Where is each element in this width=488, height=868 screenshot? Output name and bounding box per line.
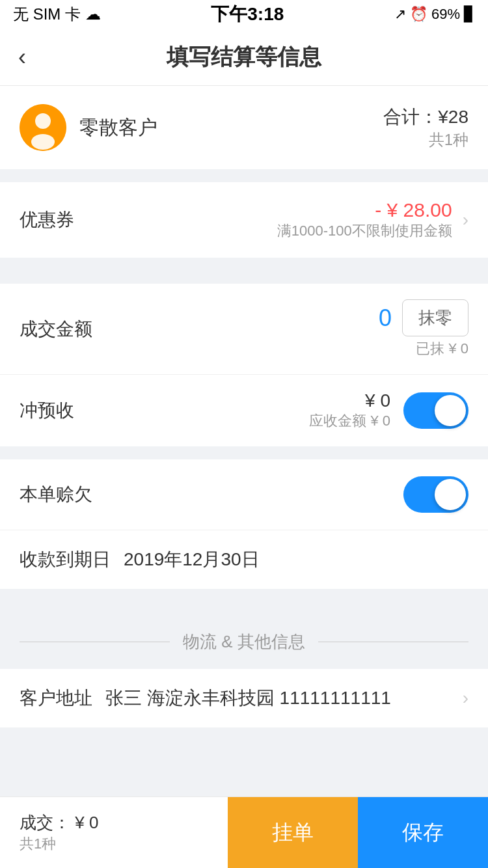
customer-right: 合计：¥28 共1种 bbox=[383, 105, 468, 150]
amount-right-block: 0 抹零 已抹 ¥ 0 bbox=[366, 299, 468, 359]
divider-left bbox=[20, 642, 170, 642]
transaction-amount-row: 成交金额 0 抹零 已抹 ¥ 0 bbox=[0, 284, 488, 375]
svg-point-2 bbox=[31, 134, 55, 150]
avatar bbox=[20, 104, 66, 151]
status-time: 下午3:18 bbox=[211, 2, 284, 27]
save-button[interactable]: 保存 bbox=[358, 797, 488, 869]
address-label: 客户地址 bbox=[20, 686, 92, 711]
round-button[interactable]: 抹零 bbox=[402, 299, 468, 336]
due-date-label: 收款到期日 bbox=[20, 547, 111, 572]
avatar-icon bbox=[20, 104, 66, 151]
transaction-right: 0 抹零 已抹 ¥ 0 bbox=[366, 299, 468, 359]
sim-label: 无 SIM 卡 ☁ bbox=[13, 4, 101, 25]
section-gap-1 bbox=[0, 271, 488, 284]
bottom-deal: 成交： ¥ 0 bbox=[20, 811, 208, 834]
debt-toggle-knob bbox=[435, 479, 466, 510]
page-title: 填写结算等信息 bbox=[167, 42, 321, 72]
transaction-value[interactable]: 0 bbox=[366, 305, 392, 332]
prepayment-toggle[interactable] bbox=[403, 392, 468, 429]
svg-point-1 bbox=[35, 113, 51, 129]
coupon-row[interactable]: 优惠券 - ¥ 28.00 满1000-100不限制使用金额 › bbox=[0, 182, 488, 258]
address-value: 张三 海淀永丰科技园 11111111111 bbox=[105, 686, 463, 711]
status-right: ↗ ⏰ 69% ▊ bbox=[394, 6, 475, 23]
back-button[interactable]: ‹ bbox=[18, 44, 26, 71]
transaction-sub: 已抹 ¥ 0 bbox=[366, 339, 468, 359]
divider-right bbox=[318, 642, 468, 642]
customer-row[interactable]: 零散客户 合计：¥28 共1种 bbox=[0, 86, 488, 169]
location-icon: ↗ bbox=[394, 6, 406, 23]
customer-card: 零散客户 合计：¥28 共1种 bbox=[0, 86, 488, 169]
logistics-header: 物流 & 其他信息 bbox=[0, 615, 488, 669]
bottom-count: 共1种 bbox=[20, 834, 208, 854]
total-amount: 合计：¥28 bbox=[383, 105, 468, 129]
pending-button[interactable]: 挂单 bbox=[228, 797, 358, 869]
battery-icon: ▊ bbox=[464, 6, 475, 23]
section-gap-2 bbox=[0, 446, 488, 459]
battery-label: 69% bbox=[431, 6, 460, 23]
coupon-label: 优惠券 bbox=[20, 208, 74, 232]
prepayment-sub: 应收金额 ¥ 0 bbox=[309, 411, 390, 431]
due-date-value: 2019年12月30日 bbox=[124, 547, 260, 572]
customer-info: 零散客户 bbox=[20, 104, 157, 151]
total-count: 共1种 bbox=[383, 129, 468, 150]
nav-bar: ‹ 填写结算等信息 bbox=[0, 29, 488, 86]
debt-label: 本单赊欠 bbox=[20, 482, 92, 507]
coupon-value-block: - ¥ 28.00 满1000-100不限制使用金额 bbox=[277, 199, 452, 241]
prepayment-label: 冲预收 bbox=[20, 398, 74, 423]
coupon-right: - ¥ 28.00 满1000-100不限制使用金额 › bbox=[277, 199, 468, 241]
bottom-bar: 成交： ¥ 0 共1种 挂单 保存 bbox=[0, 796, 488, 868]
address-section: 客户地址 张三 海淀永丰科技园 11111111111 › bbox=[0, 669, 488, 727]
prepayment-right: ¥ 0 应收金额 ¥ 0 bbox=[309, 390, 468, 431]
deal-amount: ¥ 0 bbox=[75, 813, 98, 832]
transaction-label: 成交金额 bbox=[20, 317, 92, 342]
due-date-row[interactable]: 收款到期日 2019年12月30日 bbox=[0, 530, 488, 589]
bottom-info: 成交： ¥ 0 共1种 bbox=[0, 811, 228, 854]
status-left: 无 SIM 卡 ☁ bbox=[13, 4, 101, 25]
toggle-knob bbox=[435, 395, 466, 426]
debt-row: 本单赊欠 bbox=[0, 459, 488, 530]
prepayment-amount: ¥ 0 bbox=[309, 390, 390, 411]
amount-section: 成交金额 0 抹零 已抹 ¥ 0 冲预收 ¥ 0 应收金额 ¥ 0 bbox=[0, 284, 488, 446]
address-chevron-icon: › bbox=[463, 688, 468, 709]
coupon-card: 优惠券 - ¥ 28.00 满1000-100不限制使用金额 › bbox=[0, 182, 488, 258]
coupon-discount: - ¥ 28.00 bbox=[277, 199, 452, 221]
content-area: 零散客户 合计：¥28 共1种 优惠券 - ¥ 28.00 满1000-100不… bbox=[0, 86, 488, 806]
prepayment-value-block: ¥ 0 应收金额 ¥ 0 bbox=[309, 390, 390, 431]
logistics-label: 物流 & 其他信息 bbox=[183, 631, 305, 653]
chevron-right-icon: › bbox=[463, 210, 468, 230]
debt-section: 本单赊欠 收款到期日 2019年12月30日 bbox=[0, 459, 488, 589]
status-bar: 无 SIM 卡 ☁ 下午3:18 ↗ ⏰ 69% ▊ bbox=[0, 0, 488, 29]
customer-name: 零散客户 bbox=[79, 115, 157, 141]
coupon-desc: 满1000-100不限制使用金额 bbox=[277, 221, 452, 241]
deal-label: 成交： bbox=[20, 813, 70, 832]
section-gap-3 bbox=[0, 602, 488, 615]
debt-toggle[interactable] bbox=[403, 476, 468, 513]
address-row[interactable]: 客户地址 张三 海淀永丰科技园 11111111111 › bbox=[0, 669, 488, 727]
prepayment-row: 冲预收 ¥ 0 应收金额 ¥ 0 bbox=[0, 375, 488, 446]
alarm-icon: ⏰ bbox=[410, 6, 427, 23]
